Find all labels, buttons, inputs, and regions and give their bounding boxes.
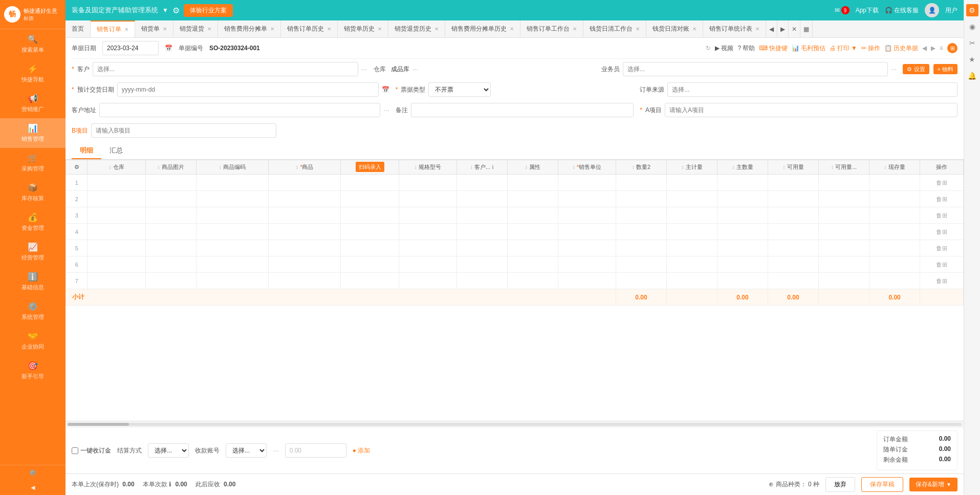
delete-icon-7[interactable]: 🗑 (936, 277, 942, 285)
history-btn[interactable]: 📋 历史单据 (884, 44, 918, 53)
sidebar-item-system[interactable]: ⚙️ 系统管理 (0, 296, 66, 326)
tab-return-history[interactable]: 销货退货历史 ✕ (388, 20, 445, 38)
sidebar-collapse[interactable]: ◀ (0, 480, 66, 495)
td-qty2-2[interactable] (616, 191, 666, 207)
sidebar-item-quicknav[interactable]: ⚡ 快捷导航 (0, 59, 66, 89)
td-available-2[interactable] (768, 191, 819, 207)
delivery-calendar-icon[interactable]: 📅 (382, 86, 389, 93)
save-new-btn[interactable]: 保存&新增 ▼ (909, 478, 957, 491)
sidebar-item-sales[interactable]: 📊 销售管理 (0, 118, 66, 148)
calendar-icon[interactable]: 📅 (165, 45, 172, 52)
right-panel-alert-icon[interactable]: 🔔 (966, 70, 978, 82)
tab-sales-order[interactable]: 销售订单 ✕ (91, 20, 135, 38)
td-action-1[interactable]: 🗑⊞ (920, 175, 964, 191)
copy-icon-2[interactable]: ⊞ (942, 196, 947, 203)
credit-info-icon[interactable]: ℹ (169, 481, 171, 488)
quick-order-checkbox-label[interactable]: 一键收订金 (72, 446, 111, 455)
td-code-1[interactable] (196, 175, 268, 191)
td-action-5[interactable]: 🗑⊞ (920, 240, 964, 256)
message-area[interactable]: ✉ 9 (835, 6, 850, 14)
add-btn[interactable]: ● 添加 (353, 446, 370, 455)
td-unit-1[interactable] (558, 175, 616, 191)
scroll-track[interactable] (68, 423, 962, 426)
note-input[interactable] (411, 103, 634, 117)
right-panel-settings-icon[interactable]: ⚙ (966, 4, 978, 16)
online-service-btn[interactable]: 🎧 在线客服 (885, 6, 919, 15)
td-action-7[interactable]: 🗑⊞ (920, 273, 964, 289)
staff-expand-icon[interactable]: ··· (891, 65, 897, 73)
avatar[interactable]: 👤 (925, 3, 939, 17)
amount-input[interactable] (285, 443, 346, 458)
td-action-4[interactable]: 🗑⊞ (920, 224, 964, 240)
close-tab-sales-report[interactable]: ✕ (755, 26, 759, 32)
td-attr-1[interactable] (507, 175, 558, 191)
save-draft-btn[interactable]: 保存草稿 (861, 477, 903, 492)
close-tab-invoice-history[interactable]: ✕ (378, 26, 382, 32)
copy-icon-6[interactable]: ⊞ (942, 261, 947, 268)
td-main-qty-1[interactable] (717, 175, 768, 191)
address-input[interactable] (99, 103, 380, 117)
td-customer-code-2[interactable] (456, 191, 507, 207)
right-panel-tools-icon[interactable]: ✂ (966, 37, 978, 49)
right-panel-fingerprint-icon[interactable]: ◉ (966, 20, 978, 33)
close-tab-return[interactable]: ✕ (207, 26, 211, 32)
next-record-btn[interactable]: ▶ (931, 45, 935, 52)
tab-cash-reconcile[interactable]: 钱货日清对账 ✕ (646, 20, 703, 38)
td-code-2[interactable] (196, 191, 268, 207)
sidebar-item-inventory[interactable]: 📦 库存核算 (0, 178, 66, 207)
tab-sales-fee[interactable]: 销售费用分摊单 ✕ (218, 20, 281, 38)
td-warehouse-1[interactable] (88, 175, 145, 191)
form-add-item-icon[interactable]: + 物料 (933, 64, 957, 74)
grid-view-btn[interactable]: ≡ (940, 45, 943, 52)
tab-invoice-history[interactable]: 销货单历史 ✕ (338, 20, 388, 38)
td-product-1[interactable] (269, 175, 341, 191)
delete-icon-4[interactable]: 🗑 (936, 228, 942, 235)
td-available-1[interactable] (768, 175, 819, 191)
td-scan-1[interactable] (341, 175, 399, 191)
delete-icon-2[interactable]: 🗑 (936, 196, 942, 203)
copy-icon-3[interactable]: ⊞ (942, 212, 947, 219)
td-image-2[interactable] (145, 191, 196, 207)
tab-next-btn[interactable]: ▶ (777, 20, 789, 38)
address-expand-icon[interactable]: ··· (383, 106, 389, 114)
close-tab-sales-invoice[interactable]: ✕ (163, 26, 167, 32)
account-select[interactable]: 选择... (226, 443, 267, 458)
close-tab-fee-history[interactable]: ✕ (510, 26, 514, 32)
sidebar-item-operations[interactable]: 📈 经营管理 (0, 237, 66, 267)
sidebar-item-guide[interactable]: 🎯 新手引导 (0, 356, 66, 385)
close-tab-sales-order[interactable]: ✕ (124, 27, 128, 32)
tab-detail[interactable]: 明细 (72, 143, 101, 159)
delivery-date-input[interactable] (117, 82, 379, 97)
td-stock-1[interactable] (869, 175, 920, 191)
tab-menu-btn[interactable]: ▦ (800, 20, 813, 38)
tab-sales-return[interactable]: 销货退货 ✕ (173, 20, 218, 38)
discard-btn[interactable]: 放弃 (825, 477, 855, 492)
close-tab-fee[interactable]: ✕ (270, 26, 274, 32)
copy-icon-7[interactable]: ⊞ (942, 277, 947, 285)
td-unit-2[interactable] (558, 191, 616, 207)
view-btn[interactable]: ▶ 视频 (715, 44, 733, 53)
scroll-thumb[interactable] (68, 423, 129, 426)
delete-icon-5[interactable]: 🗑 (936, 245, 942, 252)
copy-icon-4[interactable]: ⊞ (942, 228, 947, 235)
td-warehouse-2[interactable] (88, 191, 145, 207)
settings-gear-icon[interactable]: ⚙ (172, 6, 180, 15)
a-project-input[interactable] (665, 103, 957, 117)
td-image-1[interactable] (145, 175, 196, 191)
sidebar-item-finance[interactable]: 💰 资金管理 (0, 207, 66, 237)
order-source-input[interactable] (667, 82, 957, 97)
prev-record-btn[interactable]: ◀ (922, 45, 927, 52)
td-spec-1[interactable] (399, 175, 456, 191)
warehouse-expand-icon[interactable]: ··· (412, 65, 419, 73)
date-input[interactable] (102, 41, 159, 55)
tab-home[interactable]: 首页 (66, 20, 91, 38)
close-tab-workbench[interactable]: ✕ (573, 26, 577, 32)
td-main-qty-2[interactable] (717, 191, 768, 207)
shortcut-btn[interactable]: ⌨ 快捷键 (759, 44, 788, 53)
account-expand-icon[interactable]: ··· (273, 446, 279, 455)
td-main-unit-2[interactable] (666, 191, 717, 207)
app-download-btn[interactable]: App下载 (856, 6, 879, 15)
copy-icon[interactable]: ⊞ (942, 179, 947, 186)
staff-input[interactable] (623, 62, 888, 76)
refresh-icon[interactable]: ↻ (706, 45, 711, 52)
